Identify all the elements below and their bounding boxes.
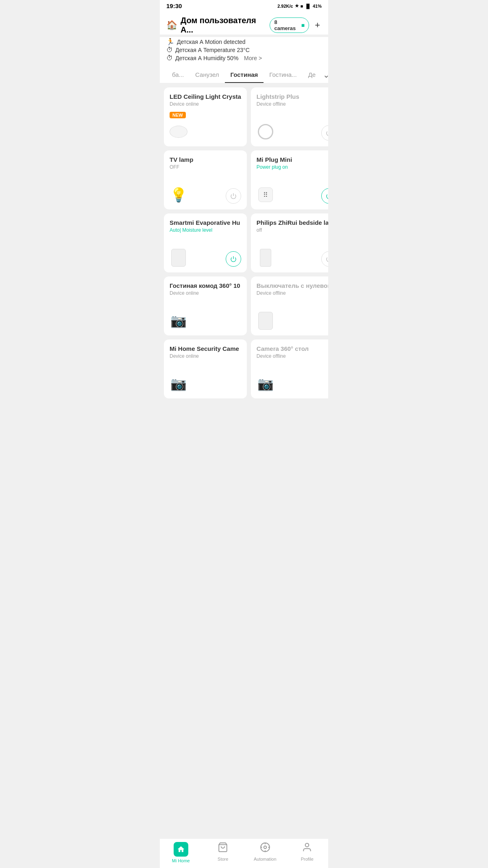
profile-icon [302,842,312,855]
notif-motion: 🏃 Детская А Motion detected [166,38,322,46]
ceiling-shape [170,126,187,138]
store-icon [218,842,228,855]
device-name: Philips ZhiRui bedside lar [257,219,328,226]
device-icon-plug: ⠿ [257,186,274,204]
tab-de[interactable]: Де [303,67,322,83]
device-status: off [257,227,328,233]
device-icon-camera2: 📷 [170,375,187,393]
device-card-switch[interactable]: Выключатель с нулевой л Device offline [251,276,328,335]
bluetooth-icon: ★ [295,3,299,9]
device-status: Auto| Moisture level [170,227,241,233]
header: 🏠 Дом пользователя А... 8 cameras ■ + [160,12,328,35]
nav-automation-label: Automation [254,857,277,861]
camera-icon: 📷 [170,313,187,328]
add-button[interactable]: + [313,20,322,30]
nav-profile-label: Profile [301,857,314,861]
room-tabs: ба... Санузел Гостиная Гостина... Де ⌄ [160,67,328,83]
device-status: Device offline [257,353,328,359]
room-dropdown-icon[interactable]: ⌄ [321,67,328,83]
svg-point-12 [305,843,309,847]
device-card-camera-360[interactable]: Camera 360° стол Device offline 📷 [251,339,328,398]
tab-bathroom[interactable]: Санузел [190,67,224,83]
device-name: Mi Plug Mini [257,156,328,163]
new-badge: NEW [170,112,186,118]
device-name: TV lamp [170,156,241,163]
network-bars: ▐▌ [305,4,311,9]
signal-text: 2.92K/c [277,4,293,9]
home-icon: 🏠 [166,20,177,30]
svg-point-6 [261,843,270,852]
switch-shape [258,312,273,330]
motion-icon: 🏃 [166,38,174,46]
power-button[interactable] [321,251,328,267]
status-time: 19:30 [166,2,182,9]
tab-bath[interactable]: ба... [166,67,190,83]
device-name: Lightstrip Plus [257,93,328,100]
wifi-icon: ■ [301,4,303,9]
device-icon-humidifier [170,249,187,267]
nav-automation[interactable]: Automation [244,842,286,863]
temp-icon: ⏱ [166,46,173,54]
device-card-camera-dresser[interactable]: Гостиная комод 360° 10 Device online 📷 [164,276,247,335]
tab-living[interactable]: Гостиная [225,67,264,83]
nav-mihome-label: Mi Home [172,858,190,863]
notif-temp: ⏱ Детская А Temperature 23°C [166,46,322,54]
device-icon-lightstrip [257,123,274,141]
device-icon-switch [257,312,274,330]
home-name: Дом пользователя А... [181,16,270,35]
device-grid: LED Ceiling Light Crysta Device online N… [160,83,328,402]
plug-shape: ⠿ [258,187,273,202]
device-card-philips-lamp[interactable]: Philips ZhiRui bedside lar off [251,213,328,272]
nav-store-label: Store [218,857,228,861]
humidifier-shape [171,249,186,267]
device-icon-camera1: 📷 [170,312,187,330]
power-button[interactable] [321,125,328,141]
status-icons: 2.92K/c ★ ■ ▐▌ 41% [277,3,322,9]
device-status: Device offline [257,290,328,296]
device-card-tv-lamp[interactable]: TV lamp OFF 💡 [164,150,247,209]
notif-temp-text: Детская А Temperature 23°C [175,47,250,53]
device-name: Mi Home Security Came [170,345,241,352]
notifications-panel: 🏃 Детская А Motion detected ⏱ Детская А … [160,37,328,67]
power-button[interactable] [226,188,241,204]
device-card-lightstrip[interactable]: Lightstrip Plus Device offline [251,87,328,146]
device-icon-bulb: 💡 [170,186,187,204]
device-status: OFF [170,164,241,170]
cameras-count: 8 cameras [274,19,299,31]
bulb-icon: 💡 [170,187,187,203]
device-icon-lamp [257,249,274,267]
humidity-icon: ⏱ [166,54,173,62]
device-card-mihome-cam[interactable]: Mi Home Security Came Device online 📷 [164,339,247,398]
svg-point-7 [264,846,267,849]
device-status: Device online [170,101,241,107]
power-button[interactable] [226,251,241,267]
home-title: 🏠 Дом пользователя А... [166,16,270,35]
device-status: Power plug on [257,164,328,170]
nav-profile[interactable]: Profile [286,842,329,863]
device-card-humidifier[interactable]: Smartmi Evaporative Hu Auto| Moisture le… [164,213,247,272]
notif-humidity-text: Детская А Humidity 50% [175,55,238,61]
camera-icon: 📷 [257,376,274,392]
mihome-icon [174,842,188,857]
device-name: Camera 360° стол [257,345,328,352]
device-status: Device online [170,290,241,296]
device-status: Device online [170,353,241,359]
power-button[interactable] [321,188,328,204]
device-card-mi-plug[interactable]: Mi Plug Mini Power plug on ⠿ [251,150,328,209]
tab-living2[interactable]: Гостина... [264,67,302,83]
device-name: Выключатель с нулевой л [257,282,328,289]
notif-motion-text: Детская А Motion detected [177,39,246,45]
cameras-badge[interactable]: 8 cameras ■ [270,17,309,33]
device-card-led-ceiling[interactable]: LED Ceiling Light Crysta Device online N… [164,87,247,146]
camera-icon: ■ [301,22,305,28]
bottom-nav: Mi Home Store Automation [160,838,328,868]
nav-store[interactable]: Store [202,842,244,863]
automation-icon [260,842,270,855]
more-link[interactable]: More > [241,55,262,61]
device-icon-camera3: 📷 [257,375,274,393]
device-status: Device offline [257,101,328,107]
battery-text: 41% [313,4,322,9]
status-bar: 19:30 2.92K/c ★ ■ ▐▌ 41% [160,0,328,12]
nav-mihome[interactable]: Mi Home [160,842,202,863]
device-icon-ceiling [170,123,187,141]
